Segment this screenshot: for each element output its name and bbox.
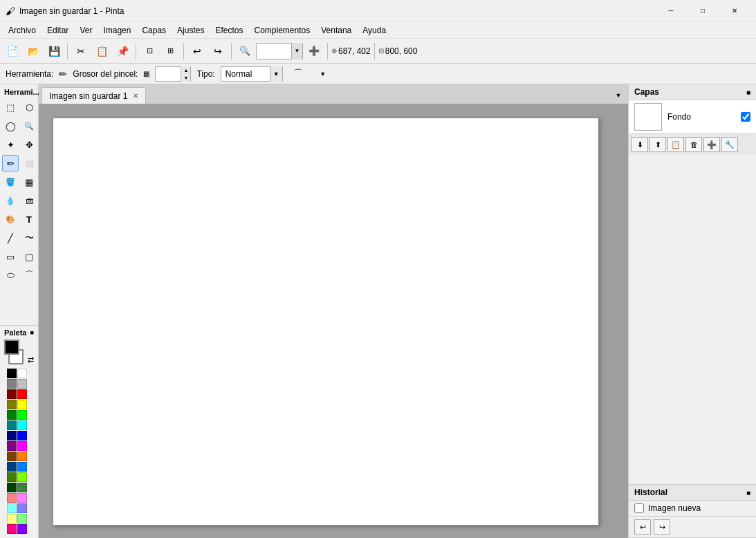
color-swatch[interactable] [17,462,27,472]
color-swatch[interactable] [7,379,17,389]
layer-duplicate-button[interactable]: 📋 [667,137,684,152]
color-swatch[interactable] [7,472,17,482]
redo-button[interactable]: ↪ [208,41,228,61]
history-checkbox[interactable] [634,503,644,513]
palette-collapse-icon[interactable]: ■ [30,329,34,336]
brush-size-input[interactable]: 2 [156,69,181,79]
color-swatch[interactable] [7,400,17,409]
foreground-color-swatch[interactable] [4,340,19,355]
menu-editar[interactable]: Editar [42,24,74,37]
color-swatch[interactable] [7,524,17,534]
color-swatch[interactable] [7,389,17,399]
history-redo-button[interactable]: ↪ [654,519,670,535]
layer-delete-button[interactable]: 🗑 [685,137,702,152]
drawing-canvas[interactable] [53,118,599,526]
layer-move-up-button[interactable]: ⬆ [649,137,666,152]
tool-zoom[interactable]: 🔍 [21,118,37,134]
layer-add-button[interactable]: ➕ [703,137,720,152]
tool-recolor[interactable]: 🎨 [2,211,19,228]
close-button[interactable]: ✕ [719,0,750,22]
tab-dropdown-button[interactable]: ▼ [611,87,625,104]
color-swatch[interactable] [17,420,27,430]
tool-eraser[interactable]: ⬜ [21,155,37,171]
menu-ayuda[interactable]: Ayuda [357,24,391,37]
tool-pencil[interactable]: ✏ [2,155,19,171]
color-swatch[interactable] [17,379,27,389]
color-swatch[interactable] [17,503,27,513]
menu-imagen[interactable]: Imagen [98,24,136,37]
tool-rectangle-select[interactable]: ⬚ [2,99,19,115]
canvas-area[interactable] [39,104,628,538]
menu-capas[interactable]: Capas [136,24,172,37]
new-button[interactable]: 📄 [3,41,22,61]
color-swatch[interactable] [7,462,17,472]
menu-ventana[interactable]: Ventana [315,24,357,37]
color-swatch[interactable] [17,410,27,420]
color-swatch[interactable] [17,389,27,399]
menu-efectos[interactable]: Efectos [210,24,248,37]
tool-gradient[interactable]: ▦ [21,174,37,190]
paste-button[interactable]: 📌 [113,41,132,61]
crop-button[interactable]: ⊡ [140,41,159,61]
color-swatch[interactable] [7,410,17,420]
layers-collapse-button[interactable]: ■ [746,89,750,96]
color-swatch[interactable] [17,524,27,534]
undo-button[interactable]: ↩ [187,41,207,61]
menu-complementos[interactable]: Complementos [249,24,316,37]
tab-imagen[interactable]: Imagen sin guardar 1 ✕ [42,87,146,104]
color-swatch[interactable] [17,369,27,378]
layer-visibility-checkbox[interactable] [741,112,750,122]
cut-button[interactable]: ✂ [71,41,91,61]
tool-freeform-shape[interactable]: ⌒ [21,267,37,284]
color-swatch[interactable] [17,472,27,482]
color-swatch[interactable] [17,452,27,461]
tool-color-picker[interactable]: 💧 [2,192,19,209]
layer-move-down-button[interactable]: ⬇ [631,137,648,152]
zoom-in-button[interactable]: ➕ [304,41,324,61]
color-swatch[interactable] [7,369,17,378]
copy-button[interactable]: 📋 [92,41,111,61]
color-swatch[interactable] [7,493,17,503]
tool-paint-bucket[interactable]: 🪣 [2,174,19,190]
open-button[interactable]: 📂 [24,41,43,61]
type-dropdown-button[interactable]: ▼ [270,66,282,82]
color-swatch[interactable] [17,441,27,451]
tool-line[interactable]: ╱ [2,230,19,246]
zoom-out-button[interactable]: 🔍 [235,41,255,61]
tool-magic-wand[interactable]: ✦ [2,136,19,153]
tool-rectangle[interactable]: ▭ [2,248,19,265]
color-swatch[interactable] [7,514,17,523]
tool-ellipse-select[interactable]: ◯ [2,118,19,134]
tool-text[interactable]: T [21,211,37,228]
tool-move[interactable]: ✥ [21,136,37,153]
minimize-button[interactable]: ─ [655,0,687,22]
color-swatch[interactable] [7,483,17,492]
zoom-input[interactable]: 100 % [257,46,291,56]
save-button[interactable]: 💾 [44,41,64,61]
color-swatch[interactable] [7,441,17,451]
menu-ajustes[interactable]: Ajustes [172,24,210,37]
color-swatch[interactable] [7,420,17,430]
history-collapse-button[interactable]: ■ [746,489,750,497]
tool-freeform-line[interactable]: 〜 [21,230,37,246]
history-undo-button[interactable]: ↩ [634,519,651,535]
layer-properties-button[interactable]: 🔧 [721,137,738,152]
resize-button[interactable]: ⊞ [160,41,180,61]
brush-size-up[interactable]: ▲ [181,66,190,74]
color-swatch[interactable] [17,483,27,492]
color-swatch[interactable] [7,452,17,461]
menu-archivo[interactable]: Archivo [3,24,42,37]
zoom-dropdown-button[interactable]: ▼ [291,43,302,59]
tab-close-button[interactable]: ✕ [133,92,138,100]
color-swatch[interactable] [17,431,27,440]
curve-tool-button[interactable]: ⌒ [288,64,308,84]
color-swatch[interactable] [17,400,27,409]
color-swatch[interactable] [17,493,27,503]
tool-ellipse[interactable]: ⬭ [2,267,19,284]
menu-ver[interactable]: Ver [74,24,98,37]
tool-clone[interactable]: 🖄 [21,192,37,209]
tool-free-select[interactable]: ⬡ [21,99,37,115]
color-swatch[interactable] [17,514,27,523]
swap-colors-icon[interactable]: ⇄ [28,355,34,364]
maximize-button[interactable]: □ [687,0,719,22]
